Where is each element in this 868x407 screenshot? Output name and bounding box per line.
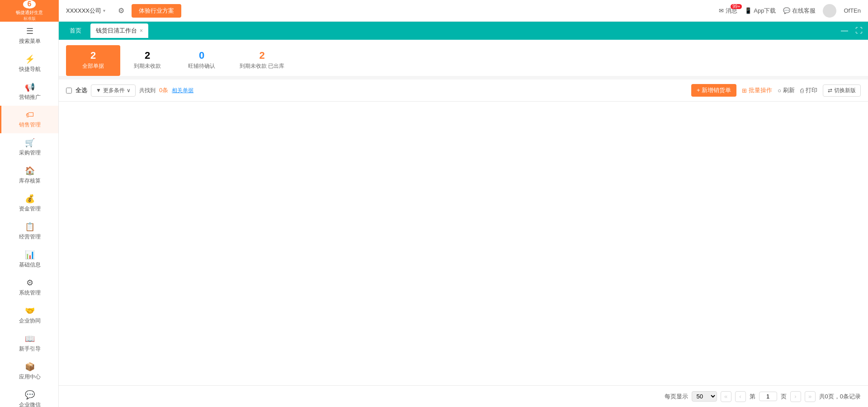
avatar: [823, 4, 836, 18]
sidebar-item-marketing[interactable]: 📢 营销推广: [0, 78, 58, 106]
sidebar-item-quicknav[interactable]: ⚡ 快捷导航: [0, 50, 58, 78]
batch-action-button[interactable]: ⊞ 批量操作: [742, 86, 772, 94]
select-all-checkbox[interactable]: [66, 88, 72, 94]
tab-close-button[interactable]: ×: [140, 28, 143, 34]
pagination-bar: 每页显示 20 50 100 « ‹ 第 页 › » 共0页，0条记录: [59, 385, 868, 407]
online-service-label: 在线客服: [792, 7, 816, 15]
message-button[interactable]: ✉ 消息 99+: [719, 7, 737, 15]
page-size-prefix: 每页显示: [665, 393, 688, 401]
filter-label: 更多条件: [103, 87, 125, 94]
prev-page-button[interactable]: ‹: [735, 391, 746, 402]
tab-minimize-button[interactable]: —: [839, 25, 850, 36]
sidebar-item-label: 新手引导: [19, 345, 41, 353]
settings-button[interactable]: ⚙: [114, 4, 128, 18]
sidebar-item-label: 快捷导航: [19, 65, 41, 73]
sidebar-item-appcenter[interactable]: 📦 应用中心: [0, 357, 58, 385]
search-menu-icon: ☰: [26, 26, 33, 36]
app-download-button[interactable]: 📱 App下载: [745, 7, 776, 15]
page-content: 2 全部单据 2 到期未收款 0 旺辅待确认 2 到期未收款 已出库: [59, 40, 868, 407]
filter-button[interactable]: ▼ 更多条件 ∨: [91, 84, 136, 97]
online-service-button[interactable]: 💬 在线客服: [783, 7, 816, 15]
sidebar-item-label: 经营管理: [19, 233, 41, 241]
page-size-select[interactable]: 20 50 100: [692, 391, 717, 402]
status-label-all: 全部单据: [77, 62, 109, 70]
marketing-icon: 📢: [25, 82, 35, 92]
tab-maximize-button[interactable]: ⛶: [854, 25, 864, 36]
company-selector[interactable]: XXXXXX公司 ▾: [59, 7, 114, 15]
next-page-button[interactable]: ›: [790, 391, 801, 402]
status-cards: 2 全部单据 2 到期未收款 0 旺辅待确认 2 到期未收款 已出库: [59, 40, 868, 76]
count-value: 0条: [159, 86, 168, 94]
sidebar-item-label: 应用中心: [19, 373, 41, 381]
select-all-label: 全选: [75, 86, 87, 94]
tab-bar: 首页 钱货日清工作台 × — ⛶: [59, 22, 868, 40]
status-card-wangfu[interactable]: 0 旺辅待确认: [175, 45, 229, 76]
guide-icon: 📖: [25, 334, 35, 344]
app-download-label: App下载: [754, 7, 776, 15]
sidebar-item-wechat[interactable]: 💬 企业微信: [0, 385, 58, 407]
sidebar-item-finance[interactable]: 💰 资金管理: [0, 189, 58, 217]
company-dropdown-arrow: ▾: [103, 8, 105, 13]
status-card-all[interactable]: 2 全部单据: [66, 45, 120, 76]
sidebar-item-purchase[interactable]: 🛒 采购管理: [0, 133, 58, 161]
sidebar-item-operations[interactable]: 📋 经营管理: [0, 217, 58, 245]
sidebar-item-sales[interactable]: 🏷 销售管理: [0, 106, 58, 133]
page-suffix: 页: [781, 393, 787, 401]
new-sales-button[interactable]: + 新增销货单: [691, 84, 736, 97]
sidebar-item-label: 企业协同: [19, 317, 41, 325]
sidebar-item-label: 库存核算: [19, 177, 41, 185]
sidebar-item-system[interactable]: ⚙ 系统管理: [0, 273, 58, 301]
sidebar-item-guide[interactable]: 📖 新手引导: [0, 329, 58, 357]
tab-bar-right: — ⛶: [839, 25, 864, 36]
message-badge: 99+: [731, 4, 742, 9]
top-header: 6 畅捷通好生意 标准版 XXXXXX公司 ▾ ⚙ 体验行业方案 ✉ 消息 99…: [0, 0, 868, 22]
sidebar-item-inventory[interactable]: 🏠 库存核算: [0, 161, 58, 189]
batch-icon: ⊞: [742, 87, 747, 94]
tab-label: 钱货日清工作台: [96, 27, 137, 35]
page-prefix: 第: [750, 393, 755, 401]
status-count-overdue: 2: [131, 50, 164, 61]
first-page-button[interactable]: «: [721, 391, 731, 402]
print-button[interactable]: ⎙ 打印: [800, 86, 817, 94]
page-input[interactable]: [759, 392, 777, 401]
toolbar-right: + 新增销货单 ⊞ 批量操作 ○ 刷新 ⎙ 打印 ⇄: [691, 84, 861, 97]
filter-arrow: ∨: [127, 87, 131, 94]
app-download-icon: 📱: [745, 7, 752, 14]
wechat-icon: 💬: [25, 390, 35, 400]
logo-sub: 标准版: [24, 16, 36, 22]
count-prefix: 共找到: [139, 87, 156, 94]
related-link[interactable]: 相关单据: [172, 87, 193, 94]
main-layout: ☰ 搜索菜单 ⚡ 快捷导航 📢 营销推广 🏷 销售管理 🛒 采购管理 🏠 库存核…: [0, 22, 868, 407]
status-count-overdue-shipped: 2: [240, 50, 284, 61]
status-card-overdue[interactable]: 2 到期未收款: [120, 45, 175, 76]
online-service-icon: 💬: [783, 7, 790, 14]
content-area: 首页 钱货日清工作台 × — ⛶ 2 全部单据 2 到期未收款: [59, 22, 868, 407]
status-count-all: 2: [77, 50, 109, 61]
sidebar: ☰ 搜索菜单 ⚡ 快捷导航 📢 营销推广 🏷 销售管理 🛒 采购管理 🏠 库存核…: [0, 22, 59, 407]
switch-version-button[interactable]: ⇄ 切换新版: [823, 84, 861, 97]
system-icon: ⚙: [26, 278, 33, 288]
company-name: XXXXXX公司: [66, 7, 101, 15]
sidebar-item-search[interactable]: ☰ 搜索菜单: [0, 22, 58, 50]
status-label-overdue-shipped: 到期未收款 已出库: [240, 62, 284, 70]
purchase-icon: 🛒: [25, 138, 35, 148]
status-label-wangfu: 旺辅待确认: [185, 62, 218, 70]
logo-area: 6 畅捷通好生意 标准版: [0, 0, 59, 22]
last-page-button[interactable]: »: [805, 391, 816, 402]
inventory-icon: 🏠: [25, 166, 35, 176]
quicknav-icon: ⚡: [25, 54, 35, 64]
experience-button[interactable]: 体验行业方案: [132, 4, 181, 18]
enterprise-icon: 🤝: [25, 306, 35, 316]
logo-icon: 6: [23, 0, 36, 9]
sidebar-item-label: 基础信息: [19, 261, 41, 269]
status-card-overdue-shipped[interactable]: 2 到期未收款 已出库: [229, 45, 295, 76]
print-label: 打印: [806, 86, 817, 94]
user-name: OfTEn: [844, 7, 861, 14]
operations-icon: 📋: [25, 222, 35, 232]
refresh-button[interactable]: ○ 刷新: [778, 86, 795, 94]
tab-home[interactable]: 首页: [62, 22, 89, 40]
tab-qhrc[interactable]: 钱货日清工作台 ×: [90, 23, 148, 38]
message-icon: ✉: [719, 7, 724, 14]
sidebar-item-basic[interactable]: 📊 基础信息: [0, 245, 58, 273]
sidebar-item-enterprise[interactable]: 🤝 企业协同: [0, 301, 58, 329]
